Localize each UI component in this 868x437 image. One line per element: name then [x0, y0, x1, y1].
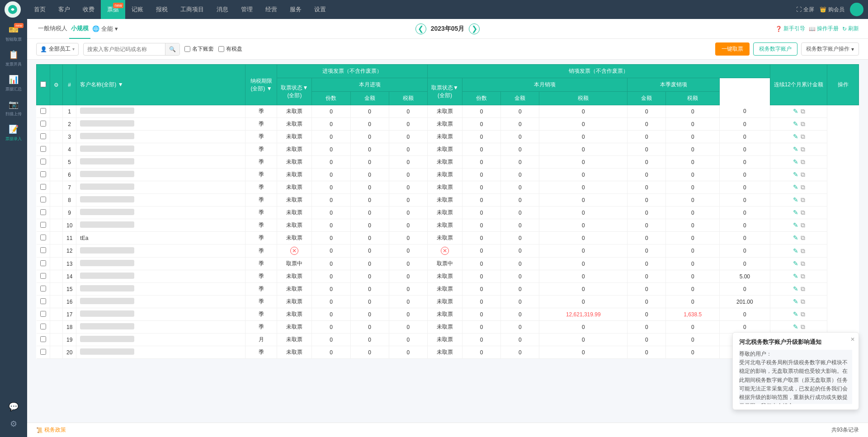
select-all-checkbox[interactable]	[40, 81, 46, 87]
copy-button[interactable]: ⧉	[801, 183, 805, 191]
row-checkbox[interactable]	[40, 209, 46, 215]
nav-management[interactable]: 管理	[235, 0, 259, 19]
sidebar-item-smart-ticket[interactable]: 🎫 智能取票 new	[0, 21, 27, 46]
sidebar-item-messages[interactable]: 💬	[9, 398, 19, 415]
fullscreen-button[interactable]: ⛶ 全屏	[796, 6, 814, 14]
nav-business[interactable]: 工商项目	[174, 0, 210, 19]
tab-all-capability[interactable]: 🌐 全能 ▾	[90, 25, 120, 33]
checkbox-my-accounts-input[interactable]	[184, 46, 190, 52]
staff-select[interactable]: 👤 全部员工 ▾	[36, 43, 79, 56]
row-checkbox[interactable]	[40, 184, 46, 190]
copy-button[interactable]: ⧉	[801, 146, 805, 153]
row-checkbox[interactable]	[40, 324, 46, 329]
th-customer-name[interactable]: 客户名称(全部) ▼	[76, 65, 245, 105]
user-avatar[interactable]	[850, 3, 863, 16]
nav-home[interactable]: 首页	[28, 0, 52, 19]
row-checkbox[interactable]	[40, 222, 46, 228]
edit-button[interactable]: ✎	[793, 310, 798, 318]
edit-button[interactable]: ✎	[793, 133, 798, 140]
membership-button[interactable]: 👑 购会员	[820, 6, 844, 14]
row-checkbox[interactable]	[40, 349, 46, 355]
copy-button[interactable]: ⧉	[801, 209, 805, 216]
row-checkbox[interactable]	[40, 311, 46, 317]
checkbox-my-accounts[interactable]: 名下账套	[184, 45, 214, 53]
nav-service[interactable]: 服务	[283, 0, 308, 19]
edit-button[interactable]: ✎	[793, 298, 798, 305]
edit-button[interactable]: ✎	[793, 196, 798, 203]
one-click-ticket-button[interactable]: 一键取票	[715, 42, 750, 56]
edit-button[interactable]: ✎	[793, 234, 798, 241]
row-checkbox[interactable]	[40, 286, 46, 291]
edit-button[interactable]: ✎	[793, 183, 798, 191]
edit-button[interactable]: ✎	[793, 323, 798, 330]
row-checkbox[interactable]	[40, 146, 46, 152]
nav-tax[interactable]: 报税	[150, 0, 174, 19]
copy-button[interactable]: ⧉	[801, 171, 805, 178]
row-checkbox[interactable]	[40, 336, 46, 342]
th-out-status[interactable]: 取票状态▼(全部)	[428, 78, 462, 105]
row-checkbox[interactable]	[40, 133, 46, 139]
search-input[interactable]	[84, 46, 165, 52]
copy-button[interactable]: ⧉	[801, 273, 805, 280]
copy-button[interactable]: ⧉	[801, 120, 805, 127]
sidebar-item-invoice-entry[interactable]: 📝 票据录入	[0, 121, 27, 146]
copy-button[interactable]: ⧉	[801, 133, 805, 140]
row-checkbox[interactable]	[40, 159, 46, 164]
row-checkbox[interactable]	[40, 235, 46, 240]
refresh-button[interactable]: ↻ 刷新	[842, 25, 859, 33]
row-checkbox[interactable]	[40, 108, 46, 114]
notification-close-button[interactable]: ✕	[850, 336, 855, 343]
sidebar-item-invoice-open[interactable]: 📋 发票开具	[0, 46, 27, 71]
row-checkbox[interactable]	[40, 121, 46, 127]
prev-month-button[interactable]: ❮	[415, 23, 426, 34]
copy-button[interactable]: ⧉	[801, 285, 805, 292]
nav-operation[interactable]: 经营	[259, 0, 283, 19]
tax-digital-account-ops-button[interactable]: 税务数字账户操作 ▾	[801, 42, 859, 56]
copy-button[interactable]: ⧉	[801, 234, 805, 241]
copy-button[interactable]: ⧉	[801, 323, 805, 330]
row-checkbox[interactable]	[40, 247, 46, 253]
copy-button[interactable]: ⧉	[801, 247, 805, 254]
sidebar-item-scan-upload[interactable]: 📷 扫描上传	[0, 96, 27, 121]
tax-policy-link[interactable]: 📜 税务政策	[36, 426, 66, 434]
edit-button[interactable]: ✎	[793, 146, 798, 153]
sidebar-item-config[interactable]: ⚙	[9, 415, 19, 432]
search-button[interactable]: 🔍	[165, 43, 179, 55]
nav-invoice[interactable]: 票据 new	[101, 0, 125, 19]
copy-button[interactable]: ⧉	[801, 108, 805, 115]
th-period[interactable]: 纳税期限(全部) ▼	[245, 65, 277, 105]
nav-accounting[interactable]: 记账	[125, 0, 150, 19]
manual-button[interactable]: 📖 操作手册	[809, 25, 839, 33]
nav-fee[interactable]: 收费	[76, 0, 101, 19]
tab-general-taxpayer[interactable]: 一般纳税人	[36, 19, 69, 39]
edit-button[interactable]: ✎	[793, 158, 798, 165]
sidebar-item-invoice-summary[interactable]: 📊 票据汇总	[0, 71, 27, 96]
row-checkbox[interactable]	[40, 273, 46, 279]
edit-button[interactable]: ✎	[793, 221, 798, 229]
copy-button[interactable]: ⧉	[801, 158, 805, 165]
checkbox-has-taxpad[interactable]: 有税盘	[218, 45, 242, 53]
tab-small-scale[interactable]: 小规模	[69, 19, 90, 39]
row-checkbox[interactable]	[40, 197, 46, 202]
copy-button[interactable]: ⧉	[801, 196, 805, 203]
checkbox-has-taxpad-input[interactable]	[218, 46, 224, 52]
nav-message[interactable]: 消息	[210, 0, 235, 19]
guide-button[interactable]: ❓ 新手引导	[775, 25, 805, 33]
nav-settings[interactable]: 设置	[308, 0, 332, 19]
edit-button[interactable]: ✎	[793, 273, 798, 280]
row-checkbox[interactable]	[40, 260, 46, 266]
row-checkbox[interactable]	[40, 298, 46, 304]
copy-button[interactable]: ⧉	[801, 310, 805, 318]
edit-button[interactable]: ✎	[793, 260, 798, 267]
row-checkbox[interactable]	[40, 171, 46, 177]
edit-button[interactable]: ✎	[793, 247, 798, 254]
copy-button[interactable]: ⧉	[801, 298, 805, 305]
copy-button[interactable]: ⧉	[801, 260, 805, 267]
edit-button[interactable]: ✎	[793, 171, 798, 178]
edit-button[interactable]: ✎	[793, 209, 798, 216]
nav-customer[interactable]: 客户	[52, 0, 76, 19]
tax-digital-account-button[interactable]: 税务数字账户	[753, 42, 797, 56]
th-in-status[interactable]: 取票状态▼(全部)	[277, 78, 312, 105]
next-month-button[interactable]: ❯	[469, 23, 480, 34]
edit-button[interactable]: ✎	[793, 120, 798, 127]
